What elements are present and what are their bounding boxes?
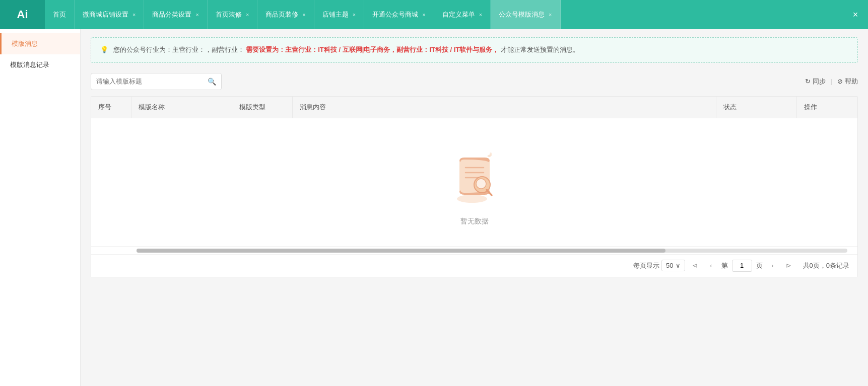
- search-icon[interactable]: 🔍: [208, 78, 216, 86]
- svg-point-0: [457, 195, 487, 203]
- page-size-select: 每页显示 50 ∨: [633, 260, 685, 271]
- pagination: 每页显示 50 ∨ ⊲ ‹ 第 页 › ⊳ 共0页，0条记录: [91, 254, 857, 277]
- content-area: 💡 您的公众号行业为：主营行业：，副营行业： 需要设置为：主营行业：IT科技 /…: [81, 29, 868, 386]
- nav-tab[interactable]: 首页装修×: [208, 0, 257, 29]
- search-input-wrap[interactable]: 🔍: [91, 73, 222, 90]
- help-icon: ⊘: [837, 78, 843, 85]
- notice-text-after: 才能正常发送预置的消息。: [501, 46, 579, 53]
- sidebar: 模版消息模版消息记录: [0, 29, 81, 386]
- page-prefix: 第: [721, 261, 728, 270]
- search-actions: ↻ 同步 | ⊘ 帮助: [805, 77, 858, 86]
- empty-state: 暂无数据: [91, 118, 857, 246]
- table-header: 序号 模版名称 模版类型 消息内容 状态 操作: [91, 97, 857, 118]
- table-wrap: 序号 模版名称 模版类型 消息内容 状态 操作: [91, 96, 858, 277]
- tab-close-icon[interactable]: ×: [132, 12, 136, 18]
- tab-close-icon[interactable]: ×: [479, 12, 482, 18]
- nav-tab[interactable]: 店铺主题×: [314, 0, 364, 29]
- nav-tab[interactable]: 商品页装修×: [257, 0, 314, 29]
- divider: |: [831, 78, 832, 85]
- sync-label: 同步: [813, 77, 826, 86]
- notice-box: 💡 您的公众号行业为：主营行业：，副营行业： 需要设置为：主营行业：IT科技 /…: [91, 37, 858, 63]
- prev-page-button[interactable]: ‹: [705, 260, 717, 272]
- nav-tab[interactable]: 商品分类设置×: [144, 0, 207, 29]
- notice-icon: 💡: [100, 46, 108, 53]
- scrollbar-thumb[interactable]: [137, 249, 665, 253]
- notice-highlight: 需要设置为：主营行业：IT科技 / 互联网|电子商务，副营行业：IT科技 / I…: [246, 46, 499, 53]
- top-nav: Ai 首页微商城店铺设置×商品分类设置×首页装修×商品页装修×店铺主题×开通公众…: [0, 0, 868, 29]
- tab-close-icon[interactable]: ×: [422, 12, 425, 18]
- tab-close-icon[interactable]: ×: [302, 12, 305, 18]
- empty-illustration: [444, 148, 505, 209]
- nav-tab[interactable]: 公众号模版消息×: [491, 0, 560, 29]
- help-label: 帮助: [845, 77, 858, 86]
- tab-close-icon[interactable]: ×: [246, 12, 249, 18]
- nav-tabs: 首页微商城店铺设置×商品分类设置×首页装修×商品页装修×店铺主题×开通公众号商城…: [45, 0, 843, 29]
- sidebar-item[interactable]: 模版消息: [0, 33, 80, 54]
- sidebar-item[interactable]: 模版消息记录: [0, 54, 80, 75]
- dropdown-arrow-icon: ∨: [676, 262, 681, 269]
- search-input[interactable]: [96, 78, 208, 85]
- nav-tab[interactable]: 微商城店铺设置×: [75, 0, 144, 29]
- help-button[interactable]: ⊘ 帮助: [837, 77, 858, 86]
- col-index: 序号: [91, 97, 131, 118]
- total-info: 共0页，0条记录: [803, 261, 849, 270]
- col-content: 消息内容: [293, 97, 716, 118]
- svg-point-5: [476, 179, 486, 189]
- page-size-dropdown[interactable]: 50 ∨: [661, 260, 685, 271]
- search-bar: 🔍 ↻ 同步 | ⊘ 帮助: [91, 73, 858, 90]
- last-page-button[interactable]: ⊳: [783, 260, 795, 272]
- nav-tab[interactable]: 首页: [45, 0, 75, 29]
- horizontal-scrollbar[interactable]: [91, 246, 857, 254]
- sync-button[interactable]: ↻ 同步: [805, 77, 826, 86]
- sync-icon: ↻: [805, 78, 811, 85]
- close-all-button[interactable]: ×: [843, 0, 868, 29]
- first-page-button[interactable]: ⊲: [689, 260, 701, 272]
- col-type: 模版类型: [232, 97, 293, 118]
- col-name: 模版名称: [131, 97, 232, 118]
- page-number-input[interactable]: [732, 260, 752, 272]
- col-status: 状态: [716, 97, 797, 118]
- main-layout: 模版消息模版消息记录 💡 您的公众号行业为：主营行业：，副营行业： 需要设置为：…: [0, 29, 868, 386]
- notice-text-before: 您的公众号行业为：主营行业：，副营行业：: [113, 46, 244, 53]
- nav-tab[interactable]: 自定义菜单×: [434, 0, 491, 29]
- page-size-label: 每页显示: [633, 261, 659, 270]
- page-size-value: 50: [666, 262, 673, 269]
- tab-close-icon[interactable]: ×: [195, 12, 198, 18]
- next-page-button[interactable]: ›: [767, 260, 779, 272]
- app-logo: Ai: [0, 0, 45, 29]
- empty-text: 暂无数据: [460, 217, 489, 226]
- tab-close-icon[interactable]: ×: [549, 12, 552, 18]
- tab-close-icon[interactable]: ×: [353, 12, 356, 18]
- svg-point-7: [490, 152, 492, 155]
- scrollbar-track: [137, 249, 847, 253]
- col-action: 操作: [797, 97, 857, 118]
- nav-tab[interactable]: 开通公众号商城×: [364, 0, 434, 29]
- page-suffix: 页: [756, 261, 763, 270]
